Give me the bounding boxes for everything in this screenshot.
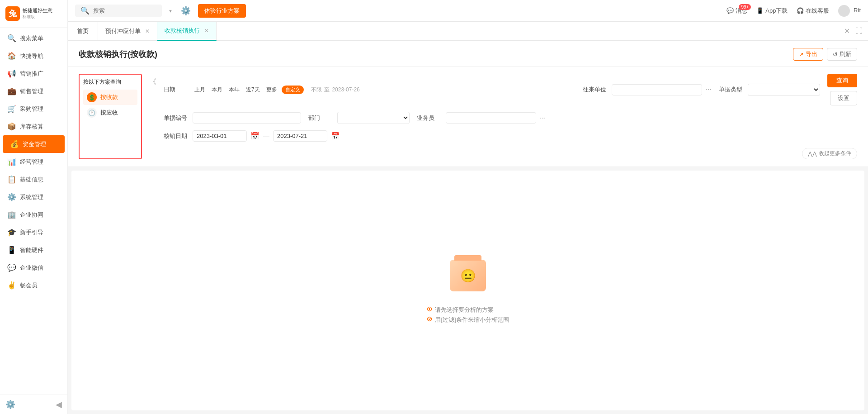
filter-option-by-receivable[interactable]: 🕐 按应收 [83, 105, 137, 120]
sidebar-item-label: 企业协同 [20, 211, 43, 219]
calendar-to-icon[interactable]: 📅 [331, 132, 340, 140]
expand-tab-button[interactable]: ⛶ [854, 25, 864, 37]
date-this-year[interactable]: 本年 [227, 85, 241, 95]
filter-field-unit: 往来单位 ··· [583, 84, 712, 95]
verifydate-label: 核销日期 [164, 132, 189, 140]
sidebar-item-sales[interactable]: 💼 销售管理 [0, 82, 67, 100]
verifydate-to-input[interactable] [273, 130, 327, 142]
enterprise-icon: 🏢 [7, 210, 16, 219]
search-icon: 🔍 [80, 6, 90, 15]
staff-label: 业务员 [417, 114, 442, 122]
settings-button[interactable]: 设置 [830, 91, 857, 105]
query-button[interactable]: 查询 [827, 74, 857, 87]
date-7days[interactable]: 近7天 [244, 85, 262, 95]
filter-field-staff: 业务员 ··· [417, 112, 546, 124]
search-input[interactable] [93, 7, 156, 14]
sidebar-item-label: 营销推广 [20, 70, 43, 78]
unit-dots-icon[interactable]: ··· [706, 86, 712, 94]
docno-input[interactable] [193, 112, 301, 124]
avatar [838, 5, 850, 17]
filter-field-docno: 单据编号 [164, 112, 301, 124]
tabbar: 首页 预付冲应付单 ✕ 收款核销执行 ✕ ✕ ⛶ [68, 22, 868, 41]
sidebar-item-operations[interactable]: 📊 经营管理 [0, 153, 67, 171]
page-actions: ↗ 导出 ↺ 刷新 [793, 48, 857, 66]
inventory-icon: 📦 [7, 122, 16, 131]
tab-close-icon[interactable]: ✕ [145, 28, 150, 34]
dept-select[interactable] [337, 112, 410, 124]
export-button[interactable]: ↗ 导出 [793, 48, 823, 61]
basic-icon: 📋 [7, 175, 16, 184]
search-box[interactable]: 🔍 [75, 5, 162, 17]
sidebar-item-marketing[interactable]: 📢 营销推广 [0, 65, 67, 82]
empty-tip2: ② 用[过滤]条件来缩小分析范围 [427, 316, 509, 324]
right-actions: 查询 设置 [827, 74, 857, 105]
doctype-label: 单据类型 [719, 86, 744, 94]
sidebar-item-hardware[interactable]: 📱 智能硬件 [0, 241, 67, 259]
user-area[interactable]: Rit [838, 5, 861, 17]
unit-label: 往来单位 [583, 86, 608, 94]
sidebar-item-member[interactable]: ✌️ 畅会员 [0, 276, 67, 294]
message-button[interactable]: 💬 消息 99+ [726, 7, 747, 15]
verifydate-from-input[interactable] [193, 130, 247, 142]
tab-receipt[interactable]: 收款核销执行 ✕ [157, 22, 217, 41]
purchase-icon: 🛒 [7, 105, 16, 113]
sidebar-item-purchase[interactable]: 🛒 采购管理 [0, 100, 67, 118]
collapse-icon[interactable]: 《 [149, 77, 156, 87]
hardware-icon: 📱 [7, 246, 16, 254]
date-last-month[interactable]: 上月 [193, 85, 207, 95]
sidebar-item-search[interactable]: 🔍 搜索菜单 [0, 29, 67, 47]
empty-tip1: ① 请先选择要分析的方案 [427, 306, 509, 314]
date-range-dash: — [263, 133, 269, 140]
message-badge: 99+ [739, 4, 751, 10]
sidebar-item-wechat[interactable]: 💬 企业微信 [0, 259, 67, 276]
sidebar-item-label: 基础信息 [20, 176, 43, 184]
staff-dots-icon[interactable]: ··· [540, 114, 546, 122]
content-area: 收款核销执行(按收款) ↗ 导出 ↺ 刷新 按以下方案查询 💲 按收款 [68, 41, 868, 414]
date-this-month[interactable]: 本月 [210, 85, 224, 95]
solution-button[interactable]: 体验行业方案 [198, 4, 246, 18]
collapse-sidebar-icon[interactable]: ◀ [56, 400, 62, 409]
filter-field-date: 日期 上月 本月 本年 近7天 更多 自定义 不限 至 2023-07 [164, 85, 360, 95]
sidebar-item-quick[interactable]: 🏠 快捷导航 [0, 47, 67, 65]
sidebar-menu: 🔍 搜索菜单 🏠 快捷导航 📢 营销推广 💼 销售管理 🛒 采购管理 📦 库存核… [0, 28, 67, 395]
settings-icon[interactable]: ⚙️ [5, 400, 15, 409]
sidebar-item-basic[interactable]: 📋 基础信息 [0, 171, 67, 188]
calendar-from-icon[interactable]: 📅 [250, 132, 259, 140]
tab-home[interactable]: 首页 [68, 22, 98, 41]
export-icon: ↗ [799, 51, 804, 58]
topbar-gear-icon[interactable]: ⚙️ [181, 6, 191, 16]
filter-area: 按以下方案查询 💲 按收款 🕐 按应收 《 日期 [68, 67, 868, 167]
filter-option-by-receipt[interactable]: 💲 按收款 [83, 90, 137, 105]
sidebar-item-label: 智能硬件 [20, 246, 43, 254]
refresh-button[interactable]: ↺ 刷新 [827, 48, 857, 61]
date-more[interactable]: 更多 [264, 85, 279, 95]
doctype-select[interactable] [748, 84, 820, 96]
page-title: 收款核销执行(按收款) [79, 49, 157, 65]
sidebar-item-guide[interactable]: 🎓 新手引导 [0, 224, 67, 241]
logo-icon: 兔 [5, 6, 20, 21]
date-custom[interactable]: 自定义 [282, 86, 304, 94]
search-chevron-icon[interactable]: ▾ [169, 8, 172, 14]
logo-text-block: 畅捷通好生意 标准版 [23, 7, 52, 19]
sidebar-item-enterprise[interactable]: 🏢 企业协同 [0, 206, 67, 224]
date-label: 日期 [164, 86, 189, 94]
app-name: 畅捷通好生意 [23, 7, 52, 14]
filter-collapse-arrow[interactable]: 《 [149, 74, 156, 159]
mobile-icon: 📱 [756, 7, 764, 14]
collapse-more-button[interactable]: ⋀⋀ 收起更多条件 [802, 148, 857, 159]
close-tab-button[interactable]: ✕ [842, 25, 852, 37]
system-icon: ⚙️ [7, 193, 16, 201]
sidebar-item-finance[interactable]: 💰 资金管理 [3, 135, 65, 153]
refresh-icon: ↺ [833, 51, 838, 58]
tab-close-icon[interactable]: ✕ [204, 28, 209, 34]
sidebar-item-label: 新手引导 [20, 228, 43, 237]
app-download-button[interactable]: 📱 App下载 [756, 7, 788, 15]
tab-prepay[interactable]: 预付冲应付单 ✕ [98, 22, 157, 41]
staff-input[interactable] [446, 112, 536, 124]
sidebar-item-system[interactable]: ⚙️ 系统管理 [0, 188, 67, 206]
receipt-icon: 💲 [87, 92, 97, 102]
wechat-icon: 💬 [7, 263, 16, 272]
unit-input[interactable] [612, 84, 702, 95]
online-service-button[interactable]: 🎧 在线客服 [797, 7, 829, 15]
sidebar-item-inventory[interactable]: 📦 库存核算 [0, 118, 67, 135]
